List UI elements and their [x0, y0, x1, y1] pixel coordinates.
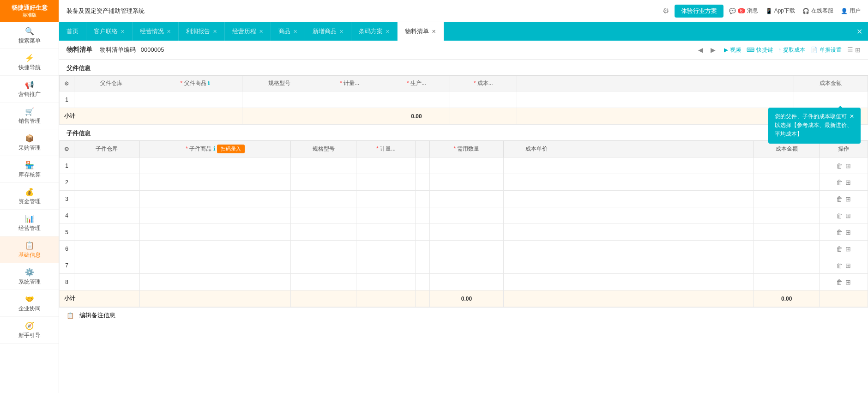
child-cost-amount-3[interactable]	[754, 191, 820, 207]
child-qty-1[interactable]	[429, 157, 504, 174]
sidebar-item-basic[interactable]: 📋 基础信息	[0, 236, 59, 263]
child-cost-amount-7[interactable]	[754, 257, 820, 274]
sidebar-item-enterprise[interactable]: 🤝 企业协同	[0, 290, 59, 317]
copy-icon-5[interactable]: ⊞	[845, 229, 851, 236]
parent-unit-1[interactable]	[316, 91, 383, 108]
parent-cost-amount-1[interactable]	[794, 91, 868, 108]
child-cost-amount-4[interactable]	[754, 207, 820, 224]
tab-history[interactable]: 经营历程 ✕	[225, 22, 271, 41]
delete-icon-5[interactable]: 🗑	[836, 229, 843, 236]
delete-icon-4[interactable]: 🗑	[836, 212, 843, 219]
child-spec-2[interactable]	[291, 174, 356, 191]
child-unit-1[interactable]	[356, 157, 416, 174]
child-cost-amount-2[interactable]	[754, 174, 820, 191]
sidebar-item-inventory[interactable]: 🏪 库存核算	[0, 156, 59, 183]
child-unit-3[interactable]	[356, 191, 416, 207]
child-qty-3[interactable]	[429, 191, 504, 207]
child-qty-4[interactable]	[429, 207, 504, 224]
child-qty-5[interactable]	[429, 224, 504, 241]
copy-icon-7[interactable]: ⊞	[845, 262, 851, 269]
view-action[interactable]: ▶ 视频	[724, 46, 741, 54]
child-spec-4[interactable]	[291, 207, 356, 224]
tab-goods-close[interactable]: ✕	[293, 29, 297, 35]
sidebar-item-sales[interactable]: 🛒 销售管理	[0, 103, 59, 129]
child-warehouse-3[interactable]	[74, 191, 140, 207]
copy-icon-1[interactable]: ⊞	[845, 162, 851, 169]
tab-home[interactable]: 首页	[59, 22, 86, 41]
tab-profit-close[interactable]: ✕	[213, 29, 217, 35]
delete-icon-3[interactable]: 🗑	[836, 195, 843, 203]
copy-icon-2[interactable]: ⊞	[845, 179, 851, 186]
parent-cost-1[interactable]	[450, 91, 517, 108]
child-spec-8[interactable]	[291, 274, 356, 290]
sidebar-item-purchase[interactable]: 📦 采购管理	[0, 129, 59, 156]
parent-warehouse-1[interactable]	[74, 91, 148, 108]
delete-icon-1[interactable]: 🗑	[836, 162, 843, 169]
close-all-tabs[interactable]: ✕	[851, 27, 868, 36]
child-warehouse-6[interactable]	[74, 241, 140, 257]
child-unit-6[interactable]	[356, 241, 416, 257]
app-download-action[interactable]: 📱 App下载	[766, 7, 795, 15]
copy-icon-3[interactable]: ⊞	[845, 195, 851, 203]
child-goods-2[interactable]	[139, 174, 290, 191]
child-cost-amount-8[interactable]	[754, 274, 820, 290]
child-unit-cost-7[interactable]	[504, 257, 569, 274]
child-spec-5[interactable]	[291, 224, 356, 241]
tab-customers-close[interactable]: ✕	[121, 29, 125, 35]
tab-bom[interactable]: 物料清单 ✕	[398, 22, 444, 41]
single-settings-action[interactable]: 📄 单据设置	[811, 46, 842, 54]
tab-new-goods-close[interactable]: ✕	[339, 29, 344, 35]
child-warehouse-2[interactable]	[74, 174, 140, 191]
child-spec-7[interactable]	[291, 257, 356, 274]
tab-operations-close[interactable]: ✕	[167, 29, 171, 35]
trial-button[interactable]: 体验行业方案	[675, 5, 723, 18]
tab-barcode-close[interactable]: ✕	[386, 29, 390, 35]
delete-icon-8[interactable]: 🗑	[836, 278, 843, 286]
tab-goods[interactable]: 商品 ✕	[271, 22, 305, 41]
next-arrow[interactable]: ▶	[708, 45, 718, 54]
child-spec-3[interactable]	[291, 191, 356, 207]
child-goods-6[interactable]	[139, 241, 290, 257]
list-view-btn[interactable]: ☰	[847, 46, 853, 54]
sidebar-item-operations[interactable]: 📊 经营管理	[0, 210, 59, 236]
child-unit-cost-6[interactable]	[504, 241, 569, 257]
child-spec-1[interactable]	[291, 157, 356, 174]
child-cost-amount-1[interactable]	[754, 157, 820, 174]
child-goods-4[interactable]	[139, 207, 290, 224]
child-qty-2[interactable]	[429, 174, 504, 191]
extract-cost-action[interactable]: ↑ 提取成本	[778, 46, 805, 54]
child-warehouse-8[interactable]	[74, 274, 140, 290]
child-unit-cost-4[interactable]	[504, 207, 569, 224]
child-unit-8[interactable]	[356, 274, 416, 290]
online-service-action[interactable]: 🎧 在线客服	[802, 7, 833, 15]
sidebar-item-system[interactable]: ⚙️ 系统管理	[0, 263, 59, 290]
child-cost-amount-6[interactable]	[754, 241, 820, 257]
tab-customers[interactable]: 客户联络 ✕	[86, 22, 133, 41]
child-unit-cost-1[interactable]	[504, 157, 569, 174]
parent-col-settings[interactable]: ⚙	[60, 76, 74, 91]
child-cost-amount-5[interactable]	[754, 224, 820, 241]
child-goods-1[interactable]	[139, 157, 290, 174]
child-qty-8[interactable]	[429, 274, 504, 290]
parent-spec-1[interactable]	[242, 91, 316, 108]
child-unit-cost-2[interactable]	[504, 174, 569, 191]
settings-icon[interactable]: ⚙	[663, 6, 669, 15]
user-action[interactable]: 👤 用户	[841, 7, 861, 15]
child-unit-4[interactable]	[356, 207, 416, 224]
child-warehouse-1[interactable]	[74, 157, 140, 174]
child-qty-6[interactable]	[429, 241, 504, 257]
child-goods-5[interactable]	[139, 224, 290, 241]
child-warehouse-5[interactable]	[74, 224, 140, 241]
sidebar-item-marketing[interactable]: 📢 营销推广	[0, 76, 59, 103]
child-warehouse-7[interactable]	[74, 257, 140, 274]
parent-goods-1[interactable]	[148, 91, 242, 108]
bottom-label[interactable]: 编辑备注信息	[79, 311, 115, 320]
tab-barcode[interactable]: 条码方案 ✕	[351, 22, 398, 41]
tooltip-close[interactable]: ✕	[850, 112, 854, 121]
tab-bom-close[interactable]: ✕	[432, 29, 436, 35]
parent-produce-1[interactable]	[383, 91, 450, 108]
tab-profit[interactable]: 利润报告 ✕	[179, 22, 225, 41]
child-spec-6[interactable]	[291, 241, 356, 257]
sidebar-item-finance[interactable]: 💰 资金管理	[0, 183, 59, 210]
message-action[interactable]: 💬 6 消息	[729, 7, 758, 15]
